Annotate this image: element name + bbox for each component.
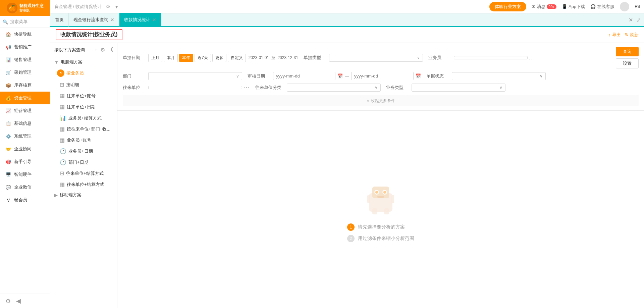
biz-type-select[interactable]: ∨ xyxy=(412,84,505,92)
sidebar-item-label: 智能硬件 xyxy=(14,171,32,177)
salesperson-more-icon[interactable]: ... xyxy=(529,55,535,61)
review-date-from[interactable] xyxy=(273,72,335,80)
sidebar-item-enterprise[interactable]: 🤝 企业协同 xyxy=(0,143,50,155)
tree-item-label: 按业务员 xyxy=(66,70,84,76)
tab-bank-flow[interactable]: 现金银行流水查询 ✕ xyxy=(69,13,119,27)
date-btn-last-month[interactable]: 上月 xyxy=(148,54,162,62)
sidebar-item-label: 库存核算 xyxy=(14,82,32,88)
tree-item-by-salesperson[interactable]: ↻ 按业务员 xyxy=(50,67,117,79)
inventory-icon: 📦 xyxy=(5,82,11,88)
scheme-settings-icon[interactable]: ⚙ xyxy=(100,47,105,53)
partner-more-icon[interactable]: ··· xyxy=(244,85,250,91)
tab-expand-icon[interactable]: ⤢ xyxy=(636,17,641,23)
wechat-icon: 💬 xyxy=(5,184,11,190)
date-btn-custom[interactable]: 自定义 xyxy=(228,54,246,62)
page-title-box: 收款情况统计(按业务员) xyxy=(56,29,122,40)
sidebar-item-inventory[interactable]: 📦 库存核算 xyxy=(0,79,50,92)
tree-item-partner-date[interactable]: ▦ 往来单位+日期 xyxy=(50,101,117,112)
tab-home[interactable]: 首页 xyxy=(50,13,69,27)
home-tab-label: 首页 xyxy=(55,17,64,23)
tree-item-partner-dept[interactable]: ▦ 按往来单位+部门+收... xyxy=(50,123,117,135)
calendar-to-icon[interactable]: 📅 xyxy=(416,73,421,79)
basic-icon: 📋 xyxy=(5,120,11,126)
tab-close-bank-flow[interactable]: ✕ xyxy=(110,17,114,22)
sidebar-item-label: 企业微信 xyxy=(14,184,32,190)
nav-service[interactable]: 🎧 在线客服 xyxy=(590,4,614,10)
doc-type-select[interactable]: ∨ xyxy=(329,54,423,62)
page-title: 收款情况统计(按业务员) xyxy=(60,32,118,37)
query-button[interactable]: 查询 xyxy=(616,47,639,56)
salesperson-select[interactable] xyxy=(454,56,528,59)
sidebar-item-vip[interactable]: V 畅会员 xyxy=(0,194,50,206)
date-btn-7days[interactable]: 近7天 xyxy=(195,54,211,62)
sidebar-item-quick-nav[interactable]: 🏠 快捷导航 xyxy=(0,28,50,41)
right-panel: 单据日期 上月 本月 本年 近7天 更多 自定义 2023-01-01 至 xyxy=(117,43,644,308)
sidebar-item-system[interactable]: ⚙️ 系统管理 xyxy=(0,130,50,143)
tree-item-partner-account[interactable]: ▦ 往来单位+账号 xyxy=(50,90,117,101)
operation-icon: 📈 xyxy=(5,108,11,114)
sidebar-item-label: 营销推广 xyxy=(14,44,32,50)
sidebar-search[interactable]: 🔍 搜索菜单 xyxy=(0,16,50,28)
dept-chevron-icon: ∨ xyxy=(236,74,239,79)
nav-settings-icon[interactable]: ⚙ xyxy=(106,3,110,10)
date-btn-more[interactable]: 更多 xyxy=(212,54,226,62)
tree-item-dept-date[interactable]: 🕐 部门+日期 xyxy=(50,157,117,168)
settings-bottom-icon[interactable]: ⚙ xyxy=(5,297,11,305)
salesperson-label: 业务员 xyxy=(428,55,448,61)
sidebar-item-wechat[interactable]: 💬 企业微信 xyxy=(0,181,50,194)
tree-item-salesperson-account[interactable]: ▦ 业务员+账号 xyxy=(50,135,117,146)
tree-group-mobile[interactable]: ▶ 移动端方案 xyxy=(50,190,117,200)
sidebar-item-sales[interactable]: 📊 销售管理 xyxy=(0,53,50,66)
collapse-sidebar-icon[interactable]: ◀ xyxy=(16,297,21,305)
settings-button[interactable]: 设置 xyxy=(616,58,639,68)
sidebar-item-guide[interactable]: 🎯 新手引导 xyxy=(0,155,50,168)
empty-step-1: 1 请先选择要分析的方案 xyxy=(347,223,414,231)
grid-icon2: ⊞ xyxy=(60,170,64,176)
partner-category-select[interactable]: ∨ xyxy=(287,84,381,92)
date-separator: — xyxy=(345,73,349,79)
sidebar-item-operation[interactable]: 📈 经营管理 xyxy=(0,104,50,117)
table-icon2: ▦ xyxy=(60,126,65,132)
tree-item-partner-settlement2[interactable]: ▦ 往来单位+结算方式 xyxy=(50,179,117,190)
sidebar-item-basic[interactable]: 📋 基础信息 xyxy=(0,117,50,130)
doc-status-select[interactable]: ∨ xyxy=(452,72,546,80)
tree-item-salesperson-date[interactable]: 🕐 业务员+日期 xyxy=(50,146,117,157)
tree-item-partner-settlement1[interactable]: ⊞ 往来单位+结算方式 xyxy=(50,168,117,179)
step-2-label: 用过滤条件来缩小分析范围 xyxy=(358,236,414,242)
tree-item-by-detail[interactable]: ⊞ 按明细 xyxy=(50,79,117,90)
sidebar-item-marketing[interactable]: 📢 营销推广 xyxy=(0,41,50,53)
empty-step-2: 2 用过滤条件来缩小分析范围 xyxy=(347,235,414,242)
tab-receipt-stats[interactable]: 收款情况统计 ✕ xyxy=(119,13,161,27)
tab-close-receipt-stats[interactable]: ✕ xyxy=(152,17,156,22)
user-avatar[interactable] xyxy=(620,2,629,11)
export-button[interactable]: ↑ 导出 xyxy=(609,32,621,38)
nav-app-download[interactable]: 📱 App下载 xyxy=(562,4,585,10)
date-btn-this-year[interactable]: 本年 xyxy=(179,54,193,62)
date-btn-this-month[interactable]: 本月 xyxy=(164,54,178,62)
calendar-from-icon[interactable]: 📅 xyxy=(337,73,343,79)
left-panel-title: 按以下方案查询 xyxy=(54,47,92,53)
tab-close-all-icon[interactable]: ✕ xyxy=(629,17,633,23)
tree-item-label: 往来单位+结算方式 xyxy=(66,170,104,176)
refresh-button[interactable]: ↻ 刷新 xyxy=(625,32,639,38)
add-scheme-button[interactable]: + xyxy=(95,47,98,53)
sidebar-item-hardware[interactable]: 🖥️ 智能硬件 xyxy=(0,168,50,181)
collapse-bar[interactable]: ∧ 收起更多条件 xyxy=(123,95,639,106)
table-icon: ▦ xyxy=(60,93,65,99)
nav-dropdown-icon[interactable]: ▼ xyxy=(114,4,119,9)
collapse-panel-icon[interactable]: 《 xyxy=(108,46,113,53)
trial-button[interactable]: 体验行业方案 xyxy=(489,2,526,11)
partner-select[interactable] xyxy=(148,86,242,89)
message-icon: ✉ xyxy=(532,4,535,9)
nav-message[interactable]: ✉ 消息 99+ xyxy=(532,4,556,10)
vip-icon: V xyxy=(5,197,11,203)
app-icon: 📱 xyxy=(562,4,567,9)
dept-select[interactable]: ∨ xyxy=(148,72,242,80)
sidebar-item-finance[interactable]: 💰 资金管理 xyxy=(0,92,50,104)
tree-item-salesperson-settlement[interactable]: 📊 业务员+结算方式 xyxy=(50,112,117,123)
date-label: 单据日期 xyxy=(123,55,143,61)
sidebar-item-purchase[interactable]: 🛒 采购管理 xyxy=(0,66,50,79)
tree-group-desktop[interactable]: ▼ 电脑端方案 xyxy=(50,57,117,67)
tree-item-label: 业务员+账号 xyxy=(67,137,91,143)
review-date-to[interactable] xyxy=(351,72,414,80)
